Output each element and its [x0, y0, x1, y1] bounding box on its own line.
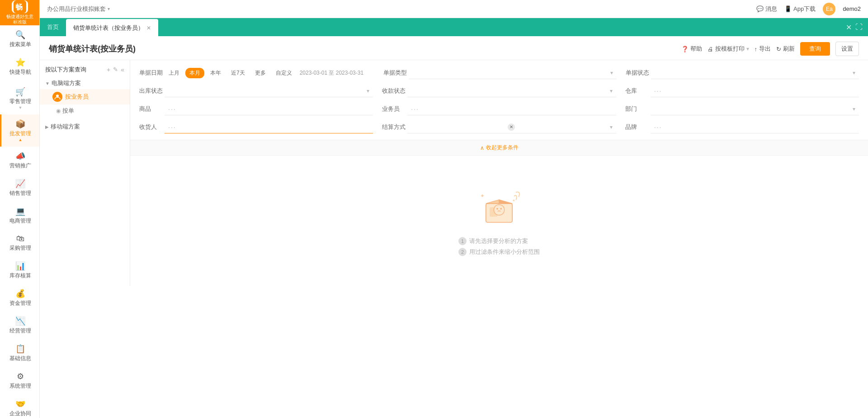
avatar[interactable]: Ea	[823, 3, 835, 15]
sidebar-item-label: 营销推广	[9, 162, 31, 170]
sidebar-item-quick-nav[interactable]: ⭐ 快捷导航	[0, 53, 39, 81]
settings-button[interactable]: 设置	[835, 42, 859, 56]
plan-item-by-order[interactable]: ◉ 按单	[40, 104, 130, 117]
tab-close-icon[interactable]: ✕	[146, 25, 151, 31]
sidebar-item-search[interactable]: 🔍 搜索菜单	[0, 25, 39, 53]
filter-consignee: 收货人 ···	[139, 121, 373, 133]
refresh-label: 刷新	[783, 45, 795, 53]
retail-icon: 🛒	[15, 87, 25, 97]
help-button[interactable]: ❓ 帮助	[681, 45, 702, 53]
svg-point-2	[56, 95, 59, 97]
edit-plan-icon[interactable]: ✎	[113, 66, 118, 73]
sidebar-item-label: 采购管理	[9, 244, 31, 252]
sidebar-item-label: 经营管理	[9, 327, 31, 335]
sidebar-item-label: 库存核算	[9, 272, 31, 280]
filter-row-4: 收货人 ··· 结算方式 ✕	[139, 121, 859, 133]
dept-label: 部门	[625, 105, 651, 113]
receipt-status-control[interactable]: ▾	[407, 85, 616, 97]
out-status-control[interactable]: ▾	[165, 85, 373, 97]
split-layout: 按以下方案查询 + ✎ « ▼ 电脑端方案	[40, 60, 868, 286]
add-plan-icon[interactable]: +	[107, 66, 110, 73]
settlement-control[interactable]: ✕ ▾	[407, 121, 616, 133]
sidebar-item-finance[interactable]: 💰 资金管理	[0, 284, 39, 312]
desktop-group-label: 电脑端方案	[52, 79, 81, 87]
sidebar-item-label: 搜索菜单	[9, 41, 31, 48]
salesman-label: 业务员	[382, 105, 407, 113]
filter-salesman: 业务员 ···	[382, 103, 616, 115]
doc-status-control[interactable]: ▾	[651, 66, 859, 79]
svg-text:✦: ✦	[512, 198, 515, 203]
doc-type-control[interactable]: ▾	[409, 66, 617, 79]
sidebar-item-sales[interactable]: 📈 销售管理	[0, 174, 39, 202]
sidebar-item-basic[interactable]: 📋 基础信息	[0, 339, 39, 367]
sidebar-item-enterprise[interactable]: 🤝 企业协同	[0, 394, 39, 418]
tip2-text: 用过滤条件来缩小分析范围	[469, 248, 540, 256]
brand-control[interactable]: ···	[651, 121, 859, 133]
date-btn-prev-month[interactable]: 上月	[165, 68, 184, 78]
template-print-button[interactable]: 🖨 按模板打印 ▾	[708, 45, 749, 53]
expand-icon-active: ▲	[19, 138, 23, 142]
plan-group-desktop-title[interactable]: ▼ 电脑端方案	[40, 77, 130, 89]
tab-close-all-icon[interactable]: ✕	[846, 23, 852, 32]
settlement-clear-icon[interactable]: ✕	[508, 124, 515, 131]
salesman-value: ···	[411, 105, 419, 113]
left-panel: 按以下方案查询 + ✎ « ▼ 电脑端方案	[40, 60, 130, 286]
collapse-panel-icon[interactable]: «	[121, 66, 124, 73]
date-btn-this-year[interactable]: 本年	[206, 68, 225, 78]
filter-doc-status: 单据状态 ▾	[626, 66, 859, 79]
order-plan-label: 按单	[62, 107, 74, 115]
main-area: 办公用品行业模拟账套 ▾ 💬 消息 📱 App下载 Ea demo2 首页 销货…	[40, 0, 868, 418]
refresh-button[interactable]: ↻ 刷新	[776, 45, 795, 53]
tab-home[interactable]: 首页	[40, 18, 66, 36]
plan-item-by-salesman[interactable]: 按业务员	[40, 89, 130, 104]
date-btn-last7[interactable]: 近7天	[227, 68, 249, 78]
dept-control[interactable]: ▾	[651, 103, 859, 115]
date-btn-more[interactable]: 更多	[251, 68, 270, 78]
sidebar-item-system[interactable]: ⚙ 系统管理	[0, 367, 39, 394]
filter-warehouse: 仓库 ···	[625, 85, 859, 97]
tab-expand-icon[interactable]: ⛶	[855, 23, 863, 31]
warehouse-value: ···	[654, 87, 662, 95]
message-icon: 💬	[756, 5, 764, 12]
user-name[interactable]: demo2	[843, 5, 861, 12]
breadcrumb-area: 办公用品行业模拟账套 ▾	[47, 5, 110, 13]
dept-caret-icon: ▾	[853, 106, 855, 112]
ecommerce-icon: 💻	[15, 206, 25, 216]
salesman-plan-icon	[52, 92, 62, 102]
export-button[interactable]: ↑ 导出	[755, 45, 771, 53]
breadcrumb-dropdown[interactable]: 办公用品行业模拟账套 ▾	[47, 5, 110, 13]
sidebar-item-ecommerce[interactable]: 💻 电商管理	[0, 202, 39, 229]
tab-bar-right: ✕ ⛶	[846, 23, 868, 32]
app-download-label: App下载	[793, 5, 816, 13]
query-button[interactable]: 查询	[800, 42, 830, 56]
sidebar-item-wholesale[interactable]: 📦 批发管理 ▲	[0, 114, 39, 147]
logo-subtext: 标准版	[13, 19, 27, 25]
plan-group-mobile-title[interactable]: ▶ 移动端方案	[40, 121, 130, 133]
settlement-label: 结算方式	[382, 123, 407, 131]
sidebar-item-retail[interactable]: 🛒 零售管理 ▼	[0, 82, 39, 114]
empty-tips: 1 请先选择要分析的方案 2 用过滤条件来缩小分析范围	[458, 237, 540, 259]
consignee-control[interactable]: ···	[165, 121, 373, 133]
date-btn-this-month[interactable]: 本月	[185, 68, 204, 78]
refresh-icon: ↻	[776, 46, 781, 52]
tab-bar: 首页 销货单统计表（按业务员） ✕ ✕ ⛶	[40, 18, 868, 36]
sidebar-item-inventory[interactable]: 📊 库存核算	[0, 256, 39, 284]
warehouse-control[interactable]: ···	[651, 85, 859, 97]
filter-settlement: 结算方式 ✕ ▾	[382, 121, 616, 133]
content: 销货单统计表(按业务员) ❓ 帮助 🖨 按模板打印 ▾ ↑ 导出	[40, 36, 868, 418]
sidebar-item-marketing[interactable]: 📣 营销推广	[0, 147, 39, 174]
sidebar-item-label: 批发管理	[9, 130, 31, 138]
app-download-button[interactable]: 📱 App下载	[784, 5, 816, 13]
tab-sales-stats[interactable]: 销货单统计表（按业务员） ✕	[66, 19, 158, 37]
sidebar-item-label: 电商管理	[9, 217, 31, 225]
empty-illustration: ✦ ✦	[476, 183, 522, 228]
goods-control[interactable]: ···	[165, 103, 373, 115]
salesman-control[interactable]: ···	[407, 103, 616, 115]
sidebar-item-purchase[interactable]: 🛍 采购管理	[0, 229, 39, 256]
collapse-bar[interactable]: ∧ 收起更多条件	[130, 140, 868, 156]
plan-group-desktop: ▼ 电脑端方案 按业务员	[40, 77, 130, 117]
message-button[interactable]: 💬 消息	[756, 5, 777, 13]
brand-label: 品牌	[625, 123, 651, 131]
date-btn-custom[interactable]: 自定义	[272, 68, 296, 78]
sidebar-item-operation[interactable]: 📉 经营管理	[0, 312, 39, 339]
